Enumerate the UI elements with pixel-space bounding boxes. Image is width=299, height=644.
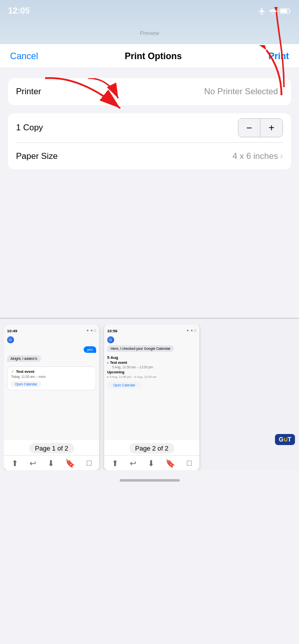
watermark: G∪T: [275, 434, 295, 445]
thumbnail-1[interactable]: 10:49 ✦ ✦ □ G yes Alright, I added it.: [4, 325, 99, 470]
copy-label: 1 Copy: [16, 123, 43, 133]
print-button[interactable]: Print: [268, 51, 289, 62]
increment-button[interactable]: +: [260, 119, 282, 137]
thumb1-back-icon[interactable]: ↩: [30, 459, 36, 468]
home-bar: [120, 479, 180, 482]
thumb2-back-icon[interactable]: ↩: [130, 459, 136, 468]
paper-size-chevron: ›: [280, 151, 283, 161]
nav-bar: Cancel Print Options Print: [0, 44, 299, 68]
thumbnails-row: 10:49 ✦ ✦ □ G yes Alright, I added it.: [4, 325, 295, 470]
decrement-button[interactable]: −: [238, 119, 260, 137]
printer-label: Printer: [16, 87, 41, 97]
cancel-button[interactable]: Cancel: [10, 51, 38, 62]
thumb2-forward-icon[interactable]: ⬇: [148, 459, 154, 468]
paper-size-row[interactable]: Paper Size 4 x 6 inches ›: [8, 143, 291, 169]
print-options-modal: Cancel Print Options Print Printer No Pr…: [0, 44, 299, 318]
copy-stepper: − +: [238, 118, 283, 137]
wifi-icon: [269, 8, 277, 14]
thumb2-reply: Here, I checked your Google Calendar: [107, 345, 174, 352]
thumb2-page-label: Page 2 of 2: [129, 443, 175, 454]
thumb1-share-icon[interactable]: ⬆: [12, 459, 18, 468]
printer-card: Printer No Printer Selected ›: [8, 78, 291, 105]
thumb2-event1sub: 5 Aug, 11:00 am – 12:00 pm: [107, 365, 196, 369]
copy-row: 1 Copy − +: [8, 113, 291, 142]
svg-rect-2: [280, 10, 287, 13]
status-time: 12:05: [8, 6, 30, 16]
thumb2-bookmark-icon[interactable]: 🔖: [165, 459, 175, 468]
thumb2-date: 5 Aug: [107, 355, 196, 360]
thumb2-section: Upcoming: [107, 370, 196, 374]
battery-icon: [280, 8, 291, 14]
home-indicator-area: [0, 470, 299, 490]
thumb1-card-title: Test event: [16, 369, 35, 374]
thumbnails-section: 10:49 ✦ ✦ □ G yes Alright, I added it.: [0, 319, 299, 470]
printer-chevron: ›: [280, 87, 283, 97]
thumb1-card-sub: Today, 11:00 am – noon: [11, 375, 92, 378]
svg-point-0: [272, 13, 274, 14]
status-icons: [258, 7, 291, 15]
printer-row[interactable]: Printer No Printer Selected ›: [8, 78, 291, 105]
thumb2-event1: Test event: [110, 361, 127, 364]
printer-value: No Printer Selected: [204, 87, 278, 97]
thumb2-btn: Open Calendar: [107, 382, 141, 388]
thumb1-bookmark-icon[interactable]: 🔖: [65, 459, 75, 468]
paper-size-value: 4 x 6 inches: [232, 151, 278, 161]
paper-size-label: Paper Size: [16, 151, 58, 161]
thumbnail-2[interactable]: 10:56 ✦ ✦ □ G Here, I checked your Googl…: [104, 325, 199, 470]
thumb2-event2: 5 Aug, 11:00 pm – 6 Aug, 12:00 am: [110, 375, 157, 378]
copy-papersize-card: 1 Copy − + Paper Size 4 x 6 inches ›: [8, 113, 291, 169]
thumb2-share-icon[interactable]: ⬆: [112, 459, 118, 468]
nav-title: Print Options: [125, 51, 182, 62]
thumb2-more-icon[interactable]: □: [187, 459, 192, 468]
thumb1-more-icon[interactable]: □: [87, 459, 92, 468]
thumb1-card-btn: Open Calendar: [11, 381, 41, 387]
airplane-icon: [258, 7, 266, 15]
print-options-content: Printer No Printer Selected ›: [0, 68, 299, 177]
thumb1-page-label: Page 1 of 2: [29, 443, 75, 454]
thumb1-forward-icon[interactable]: ⬇: [48, 459, 54, 468]
